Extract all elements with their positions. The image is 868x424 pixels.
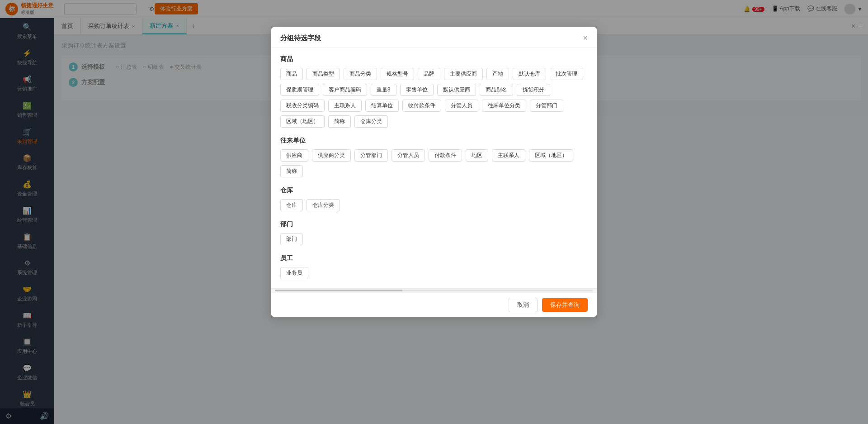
field-tag[interactable]: 默认供应商 [437,84,476,96]
section-product: 商品商品商品类型商品分类规格型号品牌主要供应商产地默认仓库批次管理保质期管理客户… [280,55,588,113]
field-tag[interactable]: 分管人员 [445,100,478,112]
field-tag[interactable]: 主要供应商 [444,68,483,80]
section-title-product: 商品 [280,55,588,63]
field-tag[interactable]: 重量3 [371,84,396,96]
modal-overlay: 分组待选字段 × 商品商品商品类型商品分类规格型号品牌主要供应商产地默认仓库批次… [0,0,868,113]
field-tag[interactable]: 商品别名 [480,84,513,96]
field-tag[interactable]: 规格型号 [381,68,414,80]
field-tag[interactable]: 零售单位 [400,84,434,96]
field-tag[interactable]: 往来单位分类 [482,100,526,112]
modal-title: 分组待选字段 [280,34,321,43]
modal-close-btn[interactable]: × [583,33,588,43]
modal-header: 分组待选字段 × [271,27,597,48]
field-tag[interactable]: 结算单位 [365,100,399,112]
field-tag[interactable]: 分管部门 [530,100,563,112]
field-tag[interactable]: 税收分类编码 [280,100,325,112]
field-tag[interactable]: 拣货积分 [517,84,550,96]
field-grid-product: 商品商品类型商品分类规格型号品牌主要供应商产地默认仓库批次管理保质期管理客户商品… [280,68,588,113]
field-tag[interactable]: 品牌 [418,68,440,80]
field-tag[interactable]: 客户商品编码 [323,84,367,96]
field-tag[interactable]: 批次管理 [550,68,583,80]
field-tag[interactable]: 商品类型 [307,68,340,80]
field-tag[interactable]: 保质期管理 [280,84,319,96]
field-tag[interactable]: 默认仓库 [513,68,546,80]
field-tag[interactable]: 商品分类 [344,68,377,80]
field-tag[interactable]: 收付款条件 [402,100,441,112]
field-tag[interactable]: 商品 [280,68,303,80]
modal-body: 商品商品商品类型商品分类规格型号品牌主要供应商产地默认仓库批次管理保质期管理客户… [271,48,597,113]
field-tag[interactable]: 主联系人 [328,100,362,112]
field-tag[interactable]: 产地 [486,68,509,80]
field-select-modal: 分组待选字段 × 商品商品商品类型商品分类规格型号品牌主要供应商产地默认仓库批次… [271,27,597,113]
